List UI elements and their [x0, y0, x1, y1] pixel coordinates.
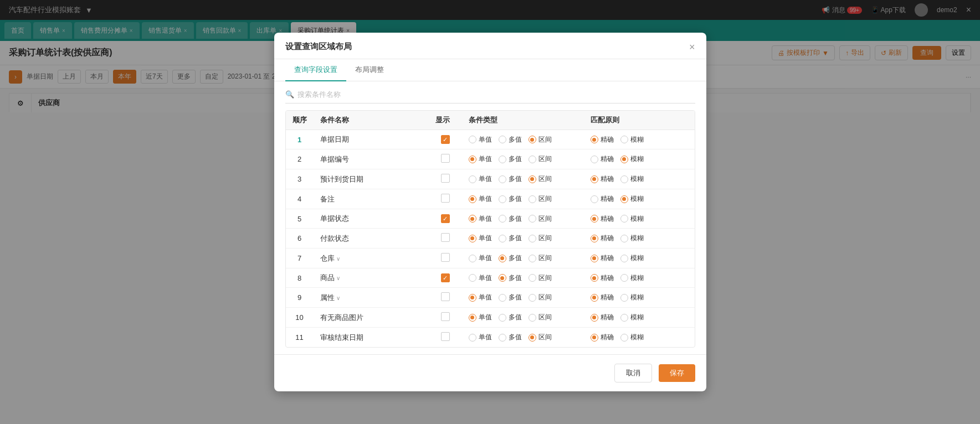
radio-type-single-3[interactable]: 单值 — [469, 174, 492, 184]
radio-match-exact-1[interactable]: 精确 — [591, 135, 614, 144]
radio-type-multi-7[interactable]: 多值 — [499, 254, 522, 263]
cell-display-11[interactable] — [429, 328, 462, 348]
radio-match-fuzzy-8[interactable]: 模糊 — [620, 273, 644, 283]
modal-body: 🔍 顺序 条件名称 显示 条件类型 匹配原则 — [274, 81, 706, 348]
checkbox-display-9[interactable] — [441, 292, 450, 301]
radio-type-range-1[interactable]: 区间 — [529, 135, 552, 144]
radio-type-range-9[interactable]: 区间 — [529, 293, 552, 302]
radio-match-exact-7[interactable]: 精确 — [591, 254, 614, 263]
table-row: 9属性 ∨单值多值区间精确模糊 — [286, 288, 695, 308]
radio-type-single-6[interactable]: 单值 — [469, 234, 492, 243]
radio-match-exact-4[interactable]: 精确 — [591, 194, 614, 204]
cell-display-4[interactable] — [429, 189, 462, 209]
radio-type-single-9[interactable]: 单值 — [469, 293, 492, 302]
radio-type-multi-1[interactable]: 多值 — [499, 135, 522, 144]
cell-match-4: 精确模糊 — [584, 189, 695, 209]
radio-type-single-4[interactable]: 单值 — [469, 194, 492, 204]
cell-display-8[interactable] — [429, 268, 462, 288]
radio-match-exact-3[interactable]: 精确 — [591, 174, 614, 184]
radio-type-single-8[interactable]: 单值 — [469, 273, 492, 283]
radio-match-exact-2[interactable]: 精确 — [591, 154, 614, 164]
radio-match-fuzzy-6[interactable]: 模糊 — [620, 234, 644, 243]
cell-order-3: 3 — [286, 169, 314, 189]
cell-display-6[interactable] — [429, 229, 462, 249]
checkbox-display-3[interactable] — [441, 174, 450, 183]
radio-type-range-7[interactable]: 区间 — [529, 254, 552, 263]
radio-match-exact-11[interactable]: 精确 — [591, 333, 614, 342]
radio-match-exact-9[interactable]: 精确 — [591, 293, 614, 302]
checkbox-display-6[interactable] — [441, 233, 450, 242]
table-row: 3预计到货日期单值多值区间精确模糊 — [286, 169, 695, 189]
radio-match-fuzzy-11[interactable]: 模糊 — [620, 333, 644, 342]
radio-type-single-10[interactable]: 单值 — [469, 313, 492, 322]
radio-match-fuzzy-5[interactable]: 模糊 — [620, 214, 644, 224]
table-row: 6付款状态单值多值区间精确模糊 — [286, 229, 695, 249]
cell-match-2: 精确模糊 — [584, 149, 695, 169]
checkbox-display-2[interactable] — [441, 154, 450, 163]
cancel-button[interactable]: 取消 — [614, 364, 652, 382]
expand-icon[interactable]: ∨ — [336, 256, 340, 262]
radio-type-multi-6[interactable]: 多值 — [499, 234, 522, 243]
cell-order-2: 2 — [286, 149, 314, 169]
cell-match-3: 精确模糊 — [584, 169, 695, 189]
checkbox-display-1[interactable] — [441, 135, 450, 144]
cell-type-9: 单值多值区间 — [462, 288, 584, 308]
cell-match-7: 精确模糊 — [584, 249, 695, 268]
radio-type-range-5[interactable]: 区间 — [529, 214, 552, 224]
cell-display-9[interactable] — [429, 288, 462, 308]
checkbox-display-5[interactable] — [441, 214, 450, 223]
radio-match-fuzzy-3[interactable]: 模糊 — [620, 174, 644, 184]
radio-type-single-11[interactable]: 单值 — [469, 333, 492, 342]
cell-display-5[interactable] — [429, 209, 462, 229]
radio-type-single-2[interactable]: 单值 — [469, 154, 492, 164]
table-row: 7仓库 ∨单值多值区间精确模糊 — [286, 249, 695, 268]
tab-layout-adjust[interactable]: 布局调整 — [346, 59, 393, 81]
radio-type-range-10[interactable]: 区间 — [529, 313, 552, 322]
expand-icon[interactable]: ∨ — [336, 295, 340, 301]
checkbox-display-8[interactable] — [441, 273, 450, 282]
checkbox-display-11[interactable] — [441, 332, 450, 341]
radio-type-range-8[interactable]: 区间 — [529, 273, 552, 283]
cell-display-3[interactable] — [429, 169, 462, 189]
radio-type-range-2[interactable]: 区间 — [529, 154, 552, 164]
radio-type-multi-2[interactable]: 多值 — [499, 154, 522, 164]
radio-match-fuzzy-9[interactable]: 模糊 — [620, 293, 644, 302]
radio-match-fuzzy-1[interactable]: 模糊 — [620, 135, 644, 144]
radio-type-multi-4[interactable]: 多值 — [499, 194, 522, 204]
cell-match-11: 精确模糊 — [584, 328, 695, 348]
cell-display-7[interactable] — [429, 249, 462, 268]
checkbox-display-10[interactable] — [441, 312, 450, 321]
radio-match-exact-8[interactable]: 精确 — [591, 273, 614, 283]
tab-query-fields[interactable]: 查询字段设置 — [285, 59, 346, 81]
radio-match-exact-10[interactable]: 精确 — [591, 313, 614, 322]
radio-type-single-7[interactable]: 单值 — [469, 254, 492, 263]
radio-type-range-11[interactable]: 区间 — [529, 333, 552, 342]
radio-type-range-6[interactable]: 区间 — [529, 234, 552, 243]
radio-type-multi-9[interactable]: 多值 — [499, 293, 522, 302]
radio-type-multi-10[interactable]: 多值 — [499, 313, 522, 322]
save-button[interactable]: 保存 — [659, 364, 695, 382]
radio-match-fuzzy-10[interactable]: 模糊 — [620, 313, 644, 322]
radio-type-single-1[interactable]: 单值 — [469, 135, 492, 144]
radio-match-fuzzy-7[interactable]: 模糊 — [620, 254, 644, 263]
radio-type-multi-3[interactable]: 多值 — [499, 174, 522, 184]
modal-close-btn[interactable]: × — [689, 42, 695, 52]
radio-match-exact-5[interactable]: 精确 — [591, 214, 614, 224]
radio-match-exact-6[interactable]: 精确 — [591, 234, 614, 243]
search-input[interactable] — [297, 90, 695, 99]
radio-type-multi-11[interactable]: 多值 — [499, 333, 522, 342]
radio-type-multi-5[interactable]: 多值 — [499, 214, 522, 224]
radio-match-fuzzy-4[interactable]: 模糊 — [620, 194, 644, 204]
checkbox-display-7[interactable] — [441, 253, 450, 262]
cell-display-2[interactable] — [429, 149, 462, 169]
cell-display-1[interactable] — [429, 130, 462, 149]
radio-type-range-4[interactable]: 区间 — [529, 194, 552, 204]
checkbox-display-4[interactable] — [441, 194, 450, 203]
radio-type-multi-8[interactable]: 多值 — [499, 273, 522, 283]
radio-type-single-5[interactable]: 单值 — [469, 214, 492, 224]
radio-match-fuzzy-2[interactable]: 模糊 — [620, 154, 644, 164]
expand-icon[interactable]: ∨ — [336, 275, 340, 281]
modal-footer: 取消 保存 — [274, 354, 706, 391]
radio-type-range-3[interactable]: 区间 — [529, 174, 552, 184]
cell-display-10[interactable] — [429, 308, 462, 328]
